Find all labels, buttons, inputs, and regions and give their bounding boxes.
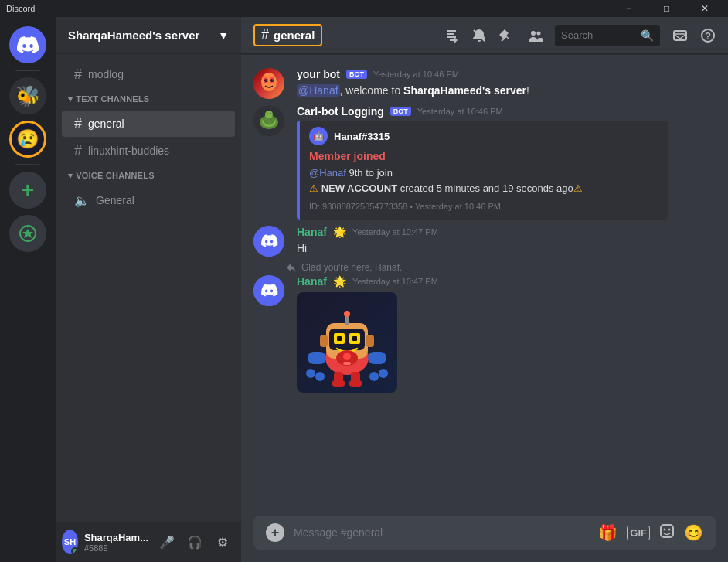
pin-icon-button[interactable] (499, 28, 515, 43)
svg-point-56 (668, 528, 671, 530)
embed-title: Member joined (309, 150, 658, 162)
channel-item-modlog[interactable]: # modlog (62, 61, 235, 87)
text-channels-section-header[interactable]: ▾ TEXT CHANNELS (56, 88, 241, 110)
svg-point-44 (315, 372, 325, 381)
message-avatar-yourbot[interactable] (253, 68, 284, 99)
message-timestamp-hanaf-1: Yesterday at 10:47 PM (352, 227, 438, 237)
search-bar[interactable]: 🔍 (555, 25, 660, 46)
headset-button[interactable]: 🎧 (182, 530, 207, 554)
svg-point-49 (332, 380, 345, 387)
server-sidebar: 🐝 😢 + (0, 17, 56, 562)
chevron-down-icon: ▾ (68, 94, 73, 104)
channel-item-general[interactable]: # general 👤+ (62, 111, 235, 137)
hash-icon: # (74, 143, 82, 159)
message-text-input[interactable] (294, 526, 589, 539)
channel-item-linuxhint-buddies[interactable]: # linuxhint-buddies (62, 138, 235, 164)
current-user-name: SharqaHam... (84, 532, 148, 543)
svg-point-21 (264, 118, 267, 121)
svg-point-24 (267, 113, 268, 114)
embed-author-name: Hanaf#3315 (334, 131, 390, 142)
message-timestamp-hanaf-2: Yesterday at 10:47 PM (352, 277, 438, 286)
svg-rect-42 (368, 352, 386, 364)
hanaf-badge-1: 🌟 (333, 226, 346, 238)
message-header-yourbot: your bot BOT Yesterday at 10:46 PM (297, 68, 716, 80)
input-actions: 🎁 GIF 😊 (598, 523, 703, 543)
mic-button[interactable]: 🎤 (155, 530, 179, 554)
embed-author-icon: 🤖 (309, 127, 328, 145)
message-group-hanaf-2: Hanaf 🌟 Yesterday at 10:47 PM (241, 274, 728, 394)
server-icon-bee[interactable]: 🐝 (9, 77, 46, 114)
server-icon-discord-home[interactable] (9, 26, 46, 63)
inbox-icon-button[interactable] (672, 28, 688, 43)
embed-body-line2: ⚠ NEW ACCOUNT created 5 minutes and 19 s… (309, 181, 658, 196)
help-icon-button[interactable]: ? (700, 28, 716, 43)
close-button[interactable]: ✕ (687, 0, 722, 17)
channel-item-general-voice[interactable]: 🔈 General (62, 187, 235, 213)
server-separator-2 (15, 164, 40, 165)
settings-button[interactable]: ⚙ (210, 530, 235, 554)
message-content-yourbot: @Hanaf, welcome to SharqaHameed's server… (297, 83, 716, 99)
message-author-yourbot[interactable]: your bot (297, 68, 340, 80)
server-icon-discover[interactable] (9, 215, 46, 252)
svg-rect-36 (352, 336, 357, 341)
svg-point-50 (349, 380, 362, 387)
channel-name-header: # general (253, 24, 322, 46)
voice-channels-label: VOICE CHANNELS (76, 171, 154, 180)
warning-icon-left: ⚠ (309, 182, 318, 194)
server-separator (15, 70, 40, 71)
svg-point-40 (344, 311, 350, 317)
input-add-button[interactable]: + (266, 523, 284, 542)
message-avatar-carlbot[interactable] (253, 105, 284, 136)
reply-text: Glad you're here, Hanaf. (301, 262, 402, 273)
voice-channels-section-header[interactable]: ▾ VOICE CHANNELS (56, 165, 241, 186)
hanaf-badge-2: 🌟 (333, 275, 346, 288)
svg-marker-1 (22, 229, 33, 238)
sticker-icon-button[interactable] (659, 523, 675, 543)
members-icon-button[interactable] (527, 28, 543, 43)
svg-point-14 (270, 79, 274, 82)
message-author-hanaf-2[interactable]: Hanaf (297, 275, 327, 288)
svg-point-5 (537, 31, 541, 35)
embed-footer: ID: 980888725854773358 • Yesterday at 10… (309, 200, 658, 213)
search-icon: 🔍 (641, 29, 654, 42)
search-input[interactable] (561, 29, 638, 41)
message-input-container: + 🎁 GIF 😊 (241, 516, 728, 562)
message-author-carlbot[interactable]: Carl-bot Logging (297, 105, 384, 118)
message-avatar-hanaf-2[interactable] (253, 275, 284, 306)
server-icon-add[interactable]: + (9, 172, 46, 209)
current-user-discriminator: #5889 (84, 543, 148, 553)
hash-icon: # (74, 66, 82, 83)
threads-icon-button[interactable] (444, 28, 459, 43)
header-actions: 🔍 ? (444, 25, 716, 46)
channel-sidebar: SharqaHameed's server ▼ # modlog ▾ TEXT … (56, 17, 241, 562)
notification-icon-button[interactable] (471, 28, 487, 43)
main-content: # general (241, 17, 728, 562)
messages-area[interactable]: your bot BOT Yesterday at 10:46 PM @Hana… (241, 54, 728, 516)
svg-rect-54 (661, 525, 673, 537)
svg-rect-38 (366, 335, 374, 347)
maximize-button[interactable]: □ (649, 0, 684, 17)
message-group-carlbot: Carl-bot Logging BOT Yesterday at 10:46 … (241, 104, 728, 221)
bot-badge-yourbot: BOT (346, 70, 367, 79)
current-user-avatar[interactable]: SH (62, 530, 78, 554)
app-layout: 🐝 😢 + SharqaHameed's server ▼ (0, 17, 728, 562)
minimize-button[interactable]: − (611, 0, 646, 17)
gif-button[interactable]: GIF (627, 526, 650, 540)
emoji-icon-button[interactable]: 😊 (684, 523, 703, 542)
message-group-hanaf-1: Hanaf 🌟 Yesterday at 10:47 PM Hi (241, 224, 728, 258)
svg-point-55 (664, 528, 666, 530)
gift-icon-button[interactable]: 🎁 (598, 523, 617, 542)
hash-icon: # (74, 116, 82, 132)
title-bar-title: Discord (6, 4, 35, 13)
reply-indicator: Glad you're here, Hanaf. (241, 261, 728, 274)
message-avatar-hanaf-1[interactable] (253, 226, 284, 257)
channel-header: # general (241, 17, 728, 54)
mention-hanaf: @Hanaf (297, 84, 340, 97)
svg-point-13 (264, 79, 267, 82)
add-member-icon[interactable]: 👤+ (209, 118, 229, 130)
message-author-hanaf-1[interactable]: Hanaf (297, 226, 327, 238)
server-header[interactable]: SharqaHameed's server ▼ (56, 17, 241, 54)
embed-new-account-text: NEW ACCOUNT (321, 182, 397, 194)
server-icon-emoji[interactable]: 😢 (9, 121, 46, 158)
svg-point-23 (265, 111, 273, 118)
